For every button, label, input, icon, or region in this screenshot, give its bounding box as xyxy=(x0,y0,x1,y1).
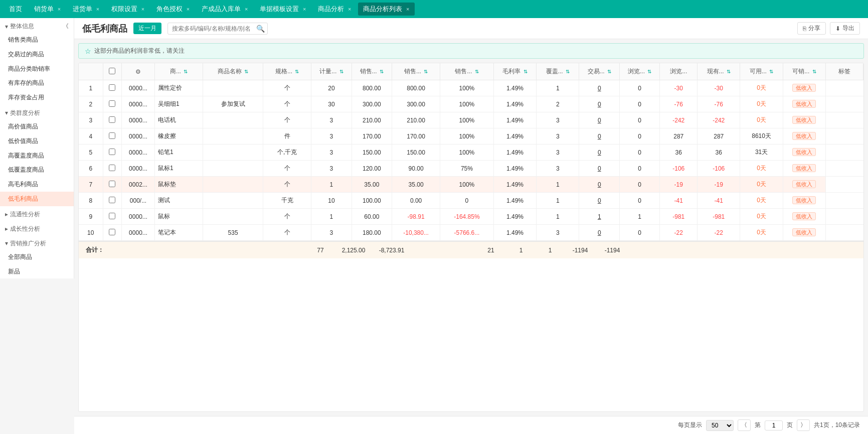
cell-check[interactable] xyxy=(103,209,121,225)
select-all-checkbox[interactable] xyxy=(109,68,115,74)
nav-product-inbound[interactable]: 产成品入库单 × xyxy=(197,3,253,16)
sidebar-section-flow[interactable]: ▸ 流通性分析 xyxy=(0,206,74,221)
nav-sales[interactable]: 销货单 × xyxy=(29,3,66,16)
row-checkbox[interactable] xyxy=(109,197,115,203)
cell-tag: 低收入 xyxy=(783,177,825,193)
th-available[interactable]: 可用... ⇅ xyxy=(740,63,783,80)
next-page-btn[interactable]: 〉 xyxy=(797,419,810,431)
nav-analysis[interactable]: 商品分析 × xyxy=(313,3,356,16)
cell-check[interactable] xyxy=(103,161,121,177)
row-checkbox[interactable] xyxy=(109,213,115,219)
table-container[interactable]: ⚙ 商... ⇅ 商品名称 ⇅ 规格... ⇅ 计量... ⇅ 销售... ⇅ … xyxy=(78,63,864,412)
cell-current: -19 xyxy=(660,177,698,193)
cell-check[interactable] xyxy=(103,112,121,128)
row-checkbox[interactable] xyxy=(109,181,115,187)
row-checkbox[interactable] xyxy=(109,149,115,155)
sidebar-section-marketing[interactable]: ▾ 营销推广分析 xyxy=(0,235,74,250)
sidebar-section-cluster[interactable]: ▾ 类群度分析 xyxy=(0,105,74,119)
cell-browse1[interactable]: 0 xyxy=(579,193,619,209)
sidebar-item-low-value[interactable]: 低价值商品 xyxy=(0,134,74,149)
th-trans[interactable]: 交易... ⇅ xyxy=(579,63,619,80)
cell-browse1[interactable]: 0 xyxy=(579,112,619,128)
sidebar-collapse-btn[interactable]: 《 xyxy=(63,22,69,31)
cell-check[interactable] xyxy=(103,144,121,161)
th-browse2[interactable]: 浏览... xyxy=(660,63,698,80)
cell-check[interactable] xyxy=(103,225,121,241)
cell-check[interactable] xyxy=(103,177,121,193)
cell-browse1[interactable]: 0 xyxy=(579,144,619,161)
cell-check[interactable] xyxy=(103,80,121,96)
cell-browse1[interactable]: 0 xyxy=(579,96,619,112)
nav-purchase[interactable]: 进货单 × xyxy=(68,3,104,16)
row-checkbox[interactable] xyxy=(109,229,115,235)
footer-browse1: 1 xyxy=(506,247,536,254)
row-checkbox[interactable] xyxy=(109,84,115,91)
sidebar-section-overall[interactable]: ▾ 整体信息 《 xyxy=(0,18,74,33)
close-product-icon[interactable]: × xyxy=(245,6,248,12)
th-unit[interactable]: 计量... ⇅ xyxy=(311,63,352,80)
share-btn[interactable]: ⎘ 分享 xyxy=(797,22,826,35)
th-cover[interactable]: 覆盖... ⇅ xyxy=(537,63,579,80)
sidebar-item-sales-goods[interactable]: 销售类商品 xyxy=(0,33,74,47)
search-btn[interactable]: 🔍 xyxy=(256,25,265,33)
close-sales-icon[interactable]: × xyxy=(58,6,61,12)
th-sales-price[interactable]: 销售... ⇅ xyxy=(392,63,440,80)
cell-sales-amount: -98.91 xyxy=(392,209,440,225)
cell-browse1[interactable]: 0 xyxy=(579,128,619,144)
search-input[interactable] xyxy=(167,23,268,35)
export-btn[interactable]: ⬇ 导出 xyxy=(830,22,860,35)
cell-check[interactable] xyxy=(103,96,121,112)
th-sales-qty[interactable]: 销售... ⇅ xyxy=(352,63,392,80)
th-spec[interactable]: 规格... ⇅ xyxy=(263,63,311,80)
th-code[interactable]: 商... ⇅ xyxy=(155,63,203,80)
sidebar-item-high-value[interactable]: 高价值商品 xyxy=(0,119,74,134)
close-analysis-icon[interactable]: × xyxy=(348,6,351,12)
sidebar-item-low-coverage[interactable]: 低覆盖度商品 xyxy=(0,163,74,177)
cell-saleable: 0天 xyxy=(740,80,783,96)
sidebar-item-stock-goods[interactable]: 有库存的商品 xyxy=(0,76,74,90)
sidebar-item-capital[interactable]: 库存资金占用 xyxy=(0,90,74,105)
th-browse1[interactable]: 浏览... ⇅ xyxy=(619,63,659,80)
cell-browse1[interactable]: 0 xyxy=(579,225,619,241)
close-role-icon[interactable]: × xyxy=(187,6,190,12)
nav-analysis-list[interactable]: 商品分析列表 × xyxy=(358,3,414,16)
sidebar-item-traded-goods[interactable]: 交易过的商品 xyxy=(0,47,74,62)
sidebar-item-category-rate[interactable]: 商品分类助销率 xyxy=(0,62,74,76)
cell-current: 36 xyxy=(660,144,698,161)
prev-page-btn[interactable]: 〈 xyxy=(738,419,751,431)
sidebar-item-low-margin[interactable]: 低毛利商品 xyxy=(0,192,74,206)
page-size-select[interactable]: 50 100 200 xyxy=(706,420,734,431)
sidebar-item-high-margin[interactable]: 高毛利商品 xyxy=(0,177,74,192)
th-sales-amount[interactable]: 销售... ⇅ xyxy=(440,63,494,80)
sidebar-item-high-coverage[interactable]: 高覆盖度商品 xyxy=(0,149,74,163)
close-template-icon[interactable]: × xyxy=(303,6,306,12)
nav-permission[interactable]: 权限设置 × xyxy=(106,3,149,16)
th-settings[interactable]: ⚙ xyxy=(121,63,154,80)
th-saleable[interactable]: 可销... ⇅ xyxy=(783,63,825,80)
cell-saleable: 0天 xyxy=(740,96,783,112)
page-number-input[interactable] xyxy=(765,420,783,430)
close-purchase-icon[interactable]: × xyxy=(96,6,99,12)
row-checkbox[interactable] xyxy=(109,165,115,171)
cell-browse1[interactable]: 0 xyxy=(579,177,619,193)
cell-check[interactable] xyxy=(103,193,121,209)
cell-check[interactable] xyxy=(103,128,121,144)
nav-role[interactable]: 角色授权 × xyxy=(151,3,195,16)
row-checkbox[interactable] xyxy=(109,100,115,107)
close-analysis-list-icon[interactable]: × xyxy=(406,6,409,12)
cell-browse1[interactable]: 0 xyxy=(579,161,619,177)
nav-home[interactable]: 首页 xyxy=(4,3,27,16)
cell-browse1[interactable]: 0 xyxy=(579,80,619,96)
nav-template[interactable]: 单据模板设置 × xyxy=(255,3,311,16)
row-checkbox[interactable] xyxy=(109,116,115,123)
sidebar-item-new-goods[interactable]: 新品 xyxy=(0,264,74,279)
sidebar-item-all-goods[interactable]: 全部商品 xyxy=(0,250,74,264)
date-filter-btn[interactable]: 近一月 xyxy=(133,23,161,34)
th-name[interactable]: 商品名称 ⇅ xyxy=(203,63,263,80)
th-gross-rate[interactable]: 毛利率 ⇅ xyxy=(493,63,536,80)
sidebar-section-growth[interactable]: ▸ 成长性分析 xyxy=(0,221,74,235)
row-checkbox[interactable] xyxy=(109,132,115,139)
th-current[interactable]: 现有... ⇅ xyxy=(698,63,740,80)
close-permission-icon[interactable]: × xyxy=(141,6,144,12)
cell-browse1[interactable]: 1 xyxy=(579,209,619,225)
